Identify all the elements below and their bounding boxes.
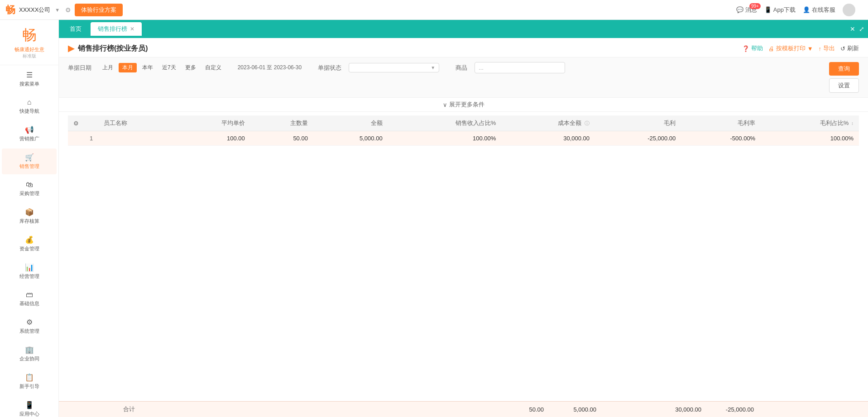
print-template-link[interactable]: 🖨 按模板打印 ▼	[768, 44, 813, 53]
expand-icon: ∨	[443, 101, 447, 108]
footer-profit: -25,000.00	[718, 406, 754, 413]
sidebar-label-app: 应用中心	[19, 411, 39, 417]
total-cell: 5,000.00	[313, 131, 388, 146]
col-cost-total: 成本全额 ⓘ	[501, 115, 595, 131]
status-select[interactable]: ▼	[349, 63, 439, 72]
col-profit-pct: 毛利占比% ↕	[761, 115, 859, 131]
sidebar-item-system[interactable]: ⚙ 系统管理	[2, 313, 57, 339]
app-download-button[interactable]: 📱 App下载	[764, 6, 796, 14]
sidebar-item-enterprise[interactable]: 🏢 企业协同	[2, 341, 57, 367]
date-tabs: 上月 本月 本年 近7天 更多 自定义	[99, 63, 225, 72]
inventory-icon: 📦	[25, 208, 34, 216]
date-tab-prev-month[interactable]: 上月	[99, 63, 117, 72]
sidebar-item-inventory[interactable]: 📦 库存核算	[2, 203, 57, 229]
filter-settings-button[interactable]: 设置	[829, 78, 859, 93]
print-icon: 🖨	[768, 45, 774, 52]
sidebar-label-basic: 基础信息	[19, 300, 39, 307]
profit-rate-cell: -500.00%	[681, 131, 761, 146]
tab-restore-icon[interactable]: ⤢	[859, 25, 864, 33]
qty-cell: 50.00	[250, 131, 313, 146]
sidebar-logo-text: 畅康通好生意	[14, 46, 44, 53]
refresh-link[interactable]: ↺ 刷新	[840, 44, 859, 53]
trial-button[interactable]: 体验行业方案	[75, 4, 123, 16]
sales-pct-cell: 100.00%	[388, 131, 502, 146]
sidebar-item-quick-nav[interactable]: ⌂ 快捷导航	[2, 94, 57, 119]
col-employee: 员工名称	[98, 115, 174, 131]
page-actions: ❓ 帮助 🖨 按模板打印 ▼ ↑ 导出 ↺ 刷新	[742, 44, 859, 53]
help-link[interactable]: ❓ 帮助	[742, 44, 763, 53]
date-range-text: 2023-06-01 至 2023-06-30	[238, 64, 302, 72]
help-icon: ❓	[742, 45, 749, 52]
print-dropdown-icon: ▼	[807, 45, 813, 52]
sidebar-item-search[interactable]: ☰ 搜索菜单	[2, 66, 57, 92]
sidebar-label-search: 搜索菜单	[19, 81, 39, 87]
footer-label: 合计	[123, 405, 159, 413]
marketing-icon: 📢	[25, 125, 34, 134]
refresh-icon: ↺	[840, 45, 845, 52]
page-header: ▶ 销售排行榜(按业务员) ❓ 帮助 🖨 按模板打印 ▼ ↑ 导	[59, 38, 868, 58]
date-tab-this-year[interactable]: 本年	[139, 63, 157, 72]
sidebar-item-marketing[interactable]: 📢 营销推广	[2, 121, 57, 147]
goods-input-placeholder: ...	[479, 64, 484, 71]
sidebar-label-operation: 经营管理	[19, 273, 39, 280]
messages-button[interactable]: 💬 消息 99+	[736, 6, 757, 14]
filter-row: 单据日期 上月 本月 本年 近7天 更多 自定义 2023-06-01 至 20…	[68, 62, 820, 73]
top-bar: 畅 XXXXX公司 ▼ ⚙ 体验行业方案 💬 消息 99+ 📱 App下载 👤 …	[0, 0, 868, 20]
date-range-display: 2023-06-01 至 2023-06-30	[236, 64, 302, 72]
footer-cost-total: 30,000.00	[665, 406, 701, 413]
col-profit-rate: 毛利率	[681, 115, 761, 131]
tab-close-window-icon[interactable]: ✕	[850, 25, 855, 33]
col-sales-pct: 销售收入占比%	[388, 115, 502, 131]
sidebar-label-finance: 资金管理	[19, 245, 39, 252]
message-badge: 99+	[749, 3, 761, 9]
date-tab-7days[interactable]: 近7天	[158, 63, 180, 72]
tab-close-icon[interactable]: ✕	[130, 26, 134, 32]
avg-price-cell: 100.00	[174, 131, 250, 146]
sidebar-label-purchase: 采购管理	[19, 190, 39, 197]
top-bar-right: 💬 消息 99+ 📱 App下载 👤 在线客服	[736, 4, 863, 16]
goods-input[interactable]: ...	[475, 62, 565, 73]
col-settings[interactable]: ⚙	[68, 115, 84, 131]
tab-home[interactable]: 首页	[62, 22, 89, 36]
page-content: ▶ 销售排行榜(按业务员) ❓ 帮助 🖨 按模板打印 ▼ ↑ 导	[59, 38, 868, 417]
sidebar-item-sales[interactable]: 🛒 销售管理	[2, 149, 57, 174]
status-label: 单据状态	[318, 64, 341, 72]
tab-bar: 首页 销售排行榜 ✕ ✕ ⤢	[59, 20, 868, 38]
sidebar-item-operation[interactable]: 📊 经营管理	[2, 259, 57, 284]
query-button[interactable]: 查询	[829, 62, 859, 76]
tab-bar-right: ✕ ⤢	[850, 25, 864, 33]
row-settings-cell	[68, 131, 84, 146]
sidebar-label-quick-nav: 快捷导航	[19, 108, 39, 115]
status-dropdown-icon: ▼	[431, 65, 435, 70]
column-settings-icon[interactable]: ⚙	[73, 120, 79, 127]
top-settings-icon[interactable]: ⚙	[65, 6, 71, 14]
date-tab-more[interactable]: 更多	[182, 63, 200, 72]
sidebar: 畅 畅康通好生意 标准版 ☰ 搜索菜单 ⌂ 快捷导航 📢 营销推广 🛒 销售管理…	[0, 20, 59, 417]
expand-button[interactable]: ∨ 展开更多条件	[443, 101, 484, 109]
sidebar-label-sales: 销售管理	[19, 163, 39, 170]
service-icon: 👤	[803, 6, 810, 13]
sidebar-label-system: 系统管理	[19, 328, 39, 335]
profit-pct-cell: 100.00%	[761, 131, 859, 146]
sidebar-item-basic[interactable]: 🗃 基础信息	[2, 286, 57, 312]
sidebar-item-guide[interactable]: 📋 新手引导	[2, 369, 57, 394]
col-avg-price: 平均单价	[174, 115, 250, 131]
avatar[interactable]	[843, 4, 855, 16]
date-tab-this-month[interactable]: 本月	[119, 63, 137, 72]
cost-total-info-icon[interactable]: ⓘ	[585, 120, 590, 126]
table-body: 1 100.00 50.00 5,000.00 100.00% 30,000.0…	[68, 131, 859, 146]
export-link[interactable]: ↑ 导出	[819, 44, 835, 53]
employee-cell	[98, 131, 174, 146]
online-service-button[interactable]: 👤 在线客服	[803, 6, 835, 14]
sidebar-item-app[interactable]: 📱 应用中心	[2, 396, 57, 417]
footer-qty: 50.00	[508, 406, 544, 413]
sidebar-item-purchase[interactable]: 🛍 采购管理	[2, 176, 57, 201]
profit-pct-sort-icon[interactable]: ↕	[851, 121, 854, 126]
tab-sales-rank[interactable]: 销售排行榜 ✕	[91, 22, 142, 36]
sidebar-item-finance[interactable]: 💰 资金管理	[2, 231, 57, 257]
sidebar-label-inventory: 库存核算	[19, 218, 39, 225]
message-icon: 💬	[736, 6, 743, 13]
expand-arrow-icon[interactable]: ▶	[68, 43, 74, 53]
dropdown-icon[interactable]: ▼	[55, 7, 60, 13]
date-tab-custom[interactable]: 自定义	[201, 63, 225, 72]
